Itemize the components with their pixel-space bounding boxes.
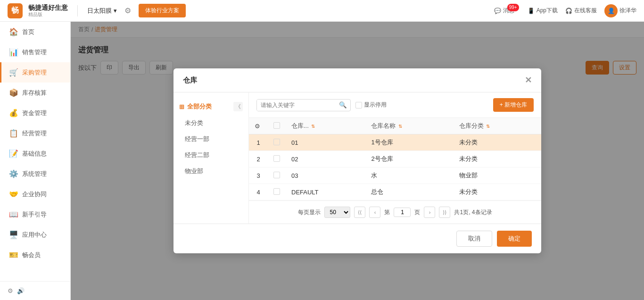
table-row[interactable]: 2 02 2号仓库 未分类	[249, 151, 541, 167]
app-center-icon: 🖥️	[9, 230, 18, 239]
next-page-button[interactable]: ›	[424, 207, 435, 218]
warehouse-modal: 仓库 ✕ ⊞ 全部分类 《 未分类 经营一部 经营二部	[173, 68, 541, 253]
table-row[interactable]: 4 DEFAULT 总仓 未分类	[249, 184, 541, 200]
service-group[interactable]: 🎧 在线客服	[565, 7, 597, 15]
modal-close-button[interactable]: ✕	[525, 75, 532, 85]
add-warehouse-button[interactable]: + 新增仓库	[493, 98, 534, 112]
name-sort-icon: ⇅	[398, 124, 402, 129]
confirm-button[interactable]: 确定	[497, 231, 532, 247]
last-page-button[interactable]: ⟩⟩	[439, 207, 450, 218]
page-label: 第	[384, 208, 390, 217]
settings-icon[interactable]: ⚙	[123, 4, 133, 17]
sidebar-label-guide: 新手引导	[22, 210, 47, 219]
home-icon: 🏠	[9, 27, 18, 36]
row-check[interactable]	[268, 134, 286, 151]
select-all-checkbox[interactable]	[273, 122, 280, 129]
row-checkbox[interactable]	[273, 139, 280, 145]
category-item-unclassified[interactable]: 未分类	[173, 115, 248, 131]
brand-name: 畅捷通好生意	[28, 4, 68, 12]
sidebar-item-sales[interactable]: 📊 销售管理	[0, 42, 70, 62]
message-icon-group[interactable]: 💬 消息 99+	[494, 7, 514, 15]
warehouse-table-container: ⚙ 仓库... ⇅	[249, 118, 541, 200]
sidebar-item-purchase[interactable]: 🛒 采购管理	[0, 62, 70, 83]
sidebar-label-system: 系统管理	[22, 170, 47, 178]
sidebar-item-guide[interactable]: 📖 新手引导	[0, 204, 70, 225]
row-check[interactable]	[268, 184, 286, 200]
category-panel: ⊞ 全部分类 《 未分类 经营一部 经营二部 物业部	[173, 92, 249, 224]
try-industry-button[interactable]: 体验行业方案	[139, 4, 186, 17]
th-code: 仓库... ⇅	[286, 118, 365, 134]
first-page-button[interactable]: ⟨⟨	[354, 207, 365, 218]
sidebar-item-membership[interactable]: 🎫 畅会员	[0, 245, 70, 265]
row-name: 1号仓库	[365, 134, 453, 151]
row-check[interactable]	[268, 167, 286, 184]
sidebar-item-app-center[interactable]: 🖥️ 应用中心	[0, 225, 70, 245]
inventory-icon: 📦	[9, 88, 18, 97]
row-name: 水	[365, 167, 453, 184]
membership-icon: 🎫	[9, 250, 18, 259]
purchase-icon: 🛒	[9, 68, 18, 77]
category-item-property[interactable]: 物业部	[173, 163, 248, 179]
sidebar-item-operations[interactable]: 📋 经营管理	[0, 123, 70, 143]
top-header: 畅 畅捷通好生意 精品版 日太阳膜 ▾ ⚙ 体验行业方案 💬 消息 99+ 📱 …	[0, 0, 644, 22]
user-avatar: 👤	[604, 4, 618, 17]
category-grid-icon: ⊞	[179, 103, 184, 110]
store-selector[interactable]: 日太阳膜 ▾	[87, 7, 117, 15]
row-category: 未分类	[454, 134, 541, 151]
row-category: 未分类	[454, 151, 541, 167]
operations-icon: 📋	[9, 129, 18, 138]
row-checkbox[interactable]	[273, 188, 280, 195]
per-page-select[interactable]: 50 100 200	[324, 207, 350, 218]
table-row[interactable]: 3 03 水 物业部	[249, 167, 541, 184]
sales-icon: 📊	[9, 48, 18, 57]
app-download-group[interactable]: 📱 App下载	[528, 7, 558, 15]
th-category-label: 仓库分类	[459, 122, 484, 129]
sidebar-label-enterprise: 企业协同	[22, 190, 47, 199]
sidebar-label-sales: 销售管理	[22, 48, 47, 57]
sidebar-item-finance[interactable]: 💰 资金管理	[0, 103, 70, 123]
brand-logo: 畅	[8, 3, 23, 18]
sidebar-item-system[interactable]: ⚙️ 系统管理	[0, 164, 70, 184]
sidebar-item-inventory[interactable]: 📦 库存核算	[0, 83, 70, 103]
search-button[interactable]: 🔍	[335, 100, 351, 110]
sidebar-item-home[interactable]: 🏠 首页	[0, 22, 70, 42]
settings-bottom-icon[interactable]: ⚙	[8, 287, 13, 294]
modal-header: 仓库 ✕	[173, 68, 541, 92]
header-divider	[77, 5, 78, 17]
brand-icon: 畅	[11, 6, 19, 16]
table-row[interactable]: 1 01 1号仓库 未分类	[249, 134, 541, 151]
user-group[interactable]: 👤 徐泽华	[604, 4, 636, 17]
all-category-label: 全部分类	[187, 102, 212, 111]
brand-sub: 精品版	[28, 12, 68, 17]
code-sort-icon: ⇅	[311, 124, 315, 129]
row-checkbox[interactable]	[273, 172, 280, 178]
collapse-button[interactable]: 《	[233, 102, 243, 111]
category-item-dept2[interactable]: 经营二部	[173, 147, 248, 163]
enterprise-icon: 🤝	[9, 190, 18, 199]
headphone-icon: 🎧	[565, 8, 572, 14]
sidebar-bottom: ⚙ 🔊	[0, 281, 70, 300]
page-number-input[interactable]	[394, 208, 411, 217]
show-disabled-checkbox[interactable]	[355, 102, 362, 108]
system-icon: ⚙️	[9, 169, 18, 178]
sidebar-item-enterprise[interactable]: 🤝 企业协同	[0, 184, 70, 204]
category-sort-icon: ⇅	[486, 124, 490, 129]
sidebar-label-inventory: 库存核算	[22, 89, 47, 97]
modal-footer: 取消 确定	[173, 224, 541, 253]
row-checkbox[interactable]	[273, 155, 280, 162]
speaker-icon[interactable]: 🔊	[17, 287, 25, 294]
search-input[interactable]	[257, 100, 335, 111]
all-category-item[interactable]: ⊞ 全部分类 《	[173, 98, 248, 115]
prev-page-button[interactable]: ‹	[369, 207, 380, 218]
th-code-label: 仓库...	[291, 122, 309, 129]
category-item-dept1[interactable]: 经营一部	[173, 131, 248, 147]
row-check[interactable]	[268, 151, 286, 167]
sidebar-label-finance: 资金管理	[22, 109, 47, 117]
row-num: 1	[249, 134, 268, 151]
basic-info-icon: 📝	[9, 149, 18, 158]
show-disabled-label[interactable]: 显示停用	[355, 101, 387, 109]
cancel-button[interactable]: 取消	[456, 231, 492, 247]
sidebar-item-basic-info[interactable]: 📝 基础信息	[0, 143, 70, 164]
row-name: 总仓	[365, 184, 453, 200]
row-code: DEFAULT	[286, 184, 365, 200]
